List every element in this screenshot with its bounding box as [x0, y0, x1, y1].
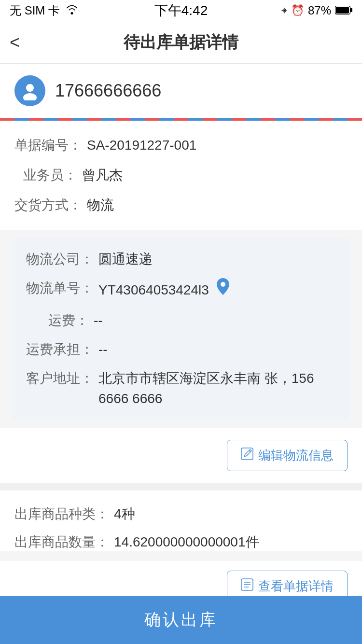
address-label: 客户地址：	[26, 368, 98, 389]
delivery-method-value: 物流	[87, 195, 348, 215]
logistics-card: 物流公司： 圆通速递 物流单号： YT43064053424l3 运费： -- …	[12, 238, 350, 420]
tracking-no-value: YT43064053424l3	[98, 278, 336, 302]
content: 17666666666 单据编号： SA-20191227-001 业务员： 曾…	[0, 64, 362, 644]
list-icon	[241, 578, 253, 594]
status-left: 无 SIM 卡	[10, 3, 79, 18]
document-no-value: SA-20191227-001	[87, 135, 348, 155]
customer-phone: 17666666666	[55, 81, 161, 101]
edit-icon	[241, 448, 253, 463]
address-value: 北京市市辖区海淀区永丰南 张，156 6666 6666	[98, 368, 336, 409]
status-time: 下午4:42	[154, 1, 208, 20]
tracking-no-label: 物流单号：	[26, 278, 98, 298]
svg-rect-6	[241, 448, 253, 460]
nav-bar: < 待出库单据详情	[0, 21, 362, 64]
basic-info-section: 单据编号： SA-20191227-001 业务员： 曾凡杰 交货方式： 物流	[0, 121, 362, 230]
goods-types-label: 出库商品种类：	[14, 505, 114, 523]
freight-bearer-label: 运费承担：	[26, 339, 98, 360]
edit-logistics-label: 编辑物流信息	[258, 447, 334, 464]
carrier-text: 无 SIM 卡	[10, 3, 60, 18]
freight-bearer-row: 运费承担： --	[26, 339, 336, 360]
tracking-no-row: 物流单号： YT43064053424l3	[26, 278, 336, 302]
logistics-company-value: 圆通速递	[98, 249, 336, 269]
edit-logistics-button[interactable]: 编辑物流信息	[227, 440, 348, 471]
confirm-outbound-button[interactable]: 确认出库	[144, 609, 218, 631]
svg-point-4	[23, 93, 37, 100]
svg-point-5	[221, 282, 225, 287]
goods-types-row: 出库商品种类： 4种	[14, 505, 348, 523]
edit-logistics-area: 编辑物流信息	[0, 428, 362, 483]
status-bar: 无 SIM 卡 下午4:42 ⌖ ⏰ 87%	[0, 0, 362, 21]
goods-quantity-label: 出库商品数量：	[14, 533, 114, 551]
wifi-icon	[65, 4, 79, 17]
address-row: 客户地址： 北京市市辖区海淀区永丰南 张，156 6666 6666	[26, 368, 336, 409]
tracking-location-icon[interactable]	[216, 278, 230, 302]
salesman-label: 业务员：	[14, 165, 82, 185]
battery-text: 87%	[308, 4, 331, 17]
logistics-company-label: 物流公司：	[26, 249, 98, 269]
document-no-label: 单据编号：	[14, 135, 87, 155]
alarm-icon: ⏰	[291, 4, 304, 17]
separator	[0, 483, 362, 490]
view-details-label: 查看单据详情	[258, 578, 334, 595]
nav-title: 待出库单据详情	[124, 31, 238, 54]
goods-quantity-row: 出库商品数量： 14.620000000000001件	[14, 533, 348, 551]
delivery-method-label: 交货方式：	[14, 195, 87, 215]
goods-types-value: 4种	[114, 505, 135, 523]
avatar	[14, 75, 45, 106]
freight-label: 运费：	[26, 310, 94, 331]
back-button[interactable]: <	[10, 32, 20, 53]
freight-row: 运费： --	[26, 310, 336, 331]
confirm-btn-wrap: 确认出库	[0, 596, 362, 644]
svg-point-3	[26, 84, 34, 92]
svg-rect-2	[336, 7, 349, 14]
document-no-row: 单据编号： SA-20191227-001	[14, 135, 348, 155]
svg-rect-1	[350, 8, 352, 12]
location-status-icon: ⌖	[281, 4, 287, 17]
salesman-value: 曾凡杰	[82, 165, 348, 185]
freight-bearer-value: --	[98, 339, 336, 360]
logistics-company-row: 物流公司： 圆通速递	[26, 249, 336, 269]
battery-icon	[335, 4, 352, 17]
goods-quantity-value: 14.620000000000001件	[114, 533, 259, 551]
customer-card: 17666666666	[0, 64, 362, 118]
delivery-method-row: 交货方式： 物流	[14, 195, 348, 215]
goods-section: 出库商品种类： 4种 出库商品数量： 14.620000000000001件	[0, 490, 362, 551]
freight-value: --	[94, 310, 336, 331]
status-right: ⌖ ⏰ 87%	[281, 4, 352, 17]
salesman-row: 业务员： 曾凡杰	[14, 165, 348, 185]
